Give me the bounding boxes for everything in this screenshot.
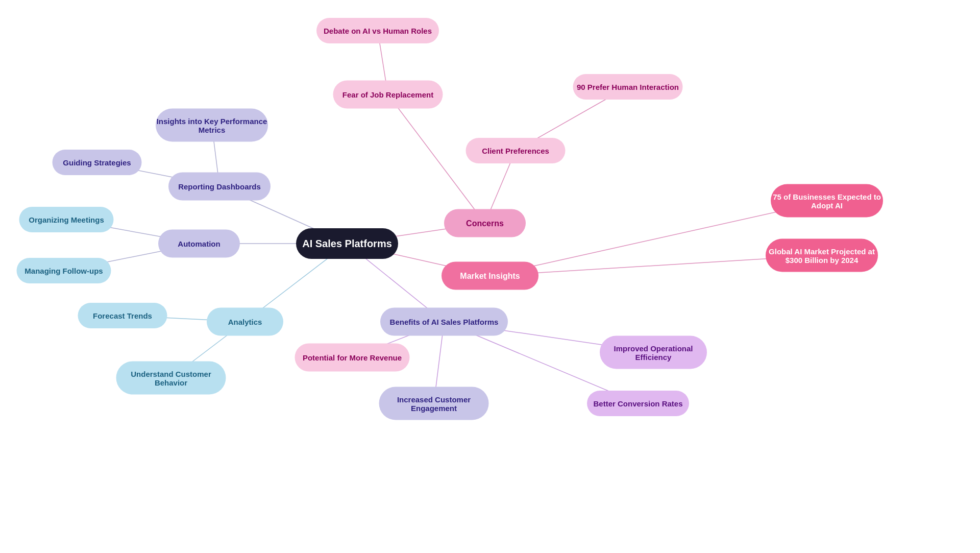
node-client_pref[interactable]: Client Preferences <box>466 138 566 163</box>
node-75_adopt[interactable]: 75 of Businesses Expected to Adopt AI <box>771 184 883 218</box>
node-insights_kpi[interactable]: Insights into Key Performance Metrics <box>156 109 268 142</box>
node-debate_ai[interactable]: Debate on AI vs Human Roles <box>316 18 439 43</box>
node-analytics[interactable]: Analytics <box>207 308 283 336</box>
node-improved_ops[interactable]: Improved Operational Efficiency <box>600 336 707 369</box>
node-fear_job[interactable]: Fear of Job Replacement <box>333 81 443 109</box>
node-follow_ups[interactable]: Managing Follow-ups <box>17 258 111 283</box>
node-cust_engage[interactable]: Increased Customer Engagement <box>379 387 489 420</box>
node-global_market[interactable]: Global AI Market Projected at $300 Billi… <box>766 239 878 272</box>
node-guiding[interactable]: Guiding Strategies <box>53 150 142 175</box>
node-prefer_human[interactable]: 90 Prefer Human Interaction <box>573 74 683 100</box>
mindmap-container: AI Sales PlatformsAutomationAnalyticsRep… <box>0 0 980 553</box>
node-better_conv[interactable]: Better Conversion Rates <box>587 391 689 416</box>
node-market_insights[interactable]: Market Insights <box>442 262 538 290</box>
node-more_revenue[interactable]: Potential for More Revenue <box>295 344 410 372</box>
node-benefits[interactable]: Benefits of AI Sales Platforms <box>380 308 508 336</box>
node-center[interactable]: AI Sales Platforms <box>296 228 398 259</box>
node-automation[interactable]: Automation <box>158 230 240 258</box>
node-reporting[interactable]: Reporting Dashboards <box>168 173 271 201</box>
node-concerns[interactable]: Concerns <box>444 209 526 237</box>
node-forecast[interactable]: Forecast Trends <box>78 303 167 328</box>
node-organizing[interactable]: Organizing Meetings <box>19 207 114 232</box>
node-understand[interactable]: Understand Customer Behavior <box>116 362 226 395</box>
